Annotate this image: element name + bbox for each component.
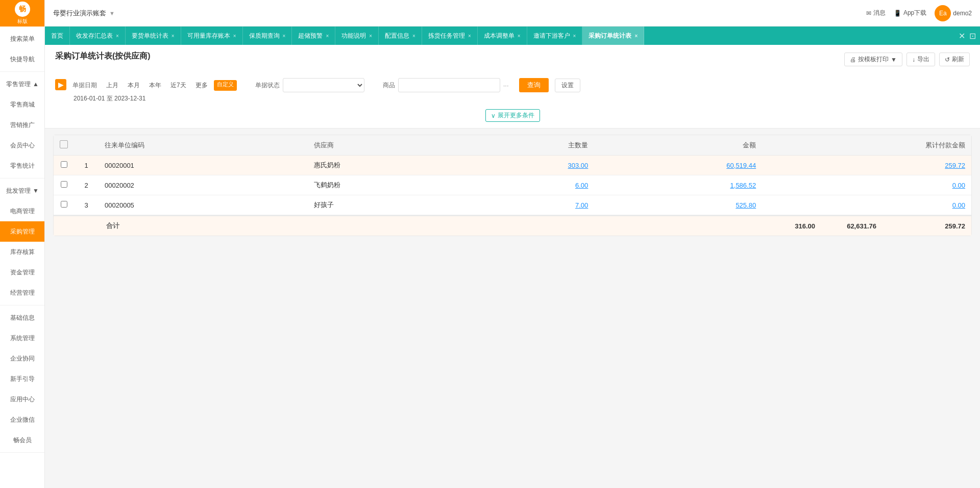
tab-purchase-stats[interactable]: 采购订单统计表 × — [582, 27, 644, 45]
messages-btn[interactable]: ✉ 消息 — [866, 9, 886, 17]
tab-pick-task-close[interactable]: × — [468, 33, 471, 39]
sidebar-item-vip[interactable]: 畅会员 — [0, 430, 45, 450]
tab-receive-summary[interactable]: 收发存汇总表 × — [70, 27, 126, 45]
date-custom-tag[interactable]: 自定义 — [214, 80, 237, 91]
sidebar-item-vip-label: 畅会员 — [13, 436, 32, 445]
query-btn[interactable]: 查询 — [519, 78, 549, 92]
sidebar-item-wholesale[interactable]: 批发管理 ▼ — [0, 181, 45, 201]
goods-input[interactable] — [398, 78, 500, 92]
row-paid-1: 0.00 — [762, 175, 971, 195]
sidebar-item-ecommerce[interactable]: 电商管理 — [0, 201, 45, 221]
sidebar: 畅 标版 搜索菜单 快捷导航 零售管理 ▲ 零售商城 营销推广 会员中心 零售统… — [0, 0, 45, 488]
sidebar-item-search[interactable]: 搜索菜单 — [0, 29, 45, 49]
tab-purchase-stats-close[interactable]: × — [634, 33, 638, 39]
tab-order-stats-close[interactable]: × — [172, 33, 175, 39]
sidebar-item-retail[interactable]: 零售管理 ▲ — [0, 74, 45, 94]
user-avatar-text: Ea — [939, 10, 947, 17]
tab-available-inventory[interactable]: 可用量库存账本 × — [181, 27, 243, 45]
workspace-dropdown-icon: ▼ — [109, 10, 115, 16]
tab-maximize-btn[interactable]: ⊡ — [969, 31, 976, 41]
sidebar-item-inventory[interactable]: 库存核算 — [0, 242, 45, 262]
sidebar-item-operations[interactable]: 经营管理 — [0, 282, 45, 303]
date-opt-lastmonth[interactable]: 上月 — [103, 80, 121, 91]
sidebar-item-retail-shop[interactable]: 零售商城 — [0, 94, 45, 115]
tab-cost-adjust-close[interactable]: × — [518, 33, 521, 39]
table-row[interactable]: 3 00020005 好孩子 7.00 525.80 0.00 — [54, 195, 971, 215]
table-row[interactable]: 2 00020002 飞鹤奶粉 6.00 1,586.52 0.00 — [54, 175, 971, 195]
settings-btn[interactable]: 设置 — [555, 79, 580, 92]
tab-invite-downstream[interactable]: 邀请下游客户 × — [527, 27, 583, 45]
sidebar-bottom-section: 基础信息 系统管理 企业协同 新手引导 应用中心 企业微信 畅会员 — [0, 305, 44, 453]
tab-cost-adjust[interactable]: 成本调整单 × — [478, 27, 527, 45]
sidebar-item-basic-label: 基础信息 — [10, 314, 35, 322]
tab-warranty-query[interactable]: 保质期查询 × — [243, 27, 292, 45]
sidebar-item-newguide[interactable]: 新手引导 — [0, 369, 45, 389]
sidebar-item-appcenter[interactable]: 应用中心 — [0, 389, 45, 409]
expand-icon: ∨ — [491, 112, 496, 119]
tab-warranty-query-close[interactable]: × — [283, 33, 286, 39]
print-btn[interactable]: 🖨 按模板打印 ▼ — [844, 53, 902, 66]
export-btn[interactable]: ↓ 导出 — [906, 53, 935, 66]
sidebar-item-marketing-label: 营销推广 — [10, 121, 35, 130]
tab-config-info-close[interactable]: × — [412, 33, 415, 39]
more-filters-btn[interactable]: ∨ 展开更多条件 — [485, 109, 540, 122]
row-checkbox-1[interactable] — [61, 181, 67, 188]
sidebar-item-system[interactable]: 系统管理 — [0, 328, 45, 348]
sidebar-item-member[interactable]: 会员中心 — [0, 135, 45, 156]
table-row[interactable]: 1 00020001 惠氏奶粉 303.00 60,519.44 259.72 — [54, 156, 971, 175]
row-check-2[interactable] — [54, 195, 74, 215]
row-no-2: 3 — [74, 195, 99, 215]
tab-receive-summary-close[interactable]: × — [116, 33, 119, 39]
sidebar-item-purchase[interactable]: 采购管理 — [0, 221, 45, 242]
sidebar-item-enterprise[interactable]: 企业协同 — [0, 348, 45, 369]
sidebar-item-retail-stats[interactable]: 零售统计 — [0, 156, 45, 176]
sidebar-item-marketing[interactable]: 营销推广 — [0, 115, 45, 135]
tab-order-stats[interactable]: 要货单统计表 × — [126, 27, 181, 45]
tab-overstock-alert-close[interactable]: × — [326, 33, 329, 39]
chevron-down-icon: ▲ — [33, 81, 39, 88]
row-checkbox-0[interactable] — [61, 161, 67, 168]
user-profile-btn[interactable]: Ea demo2 — [935, 5, 972, 21]
tab-pick-task[interactable]: 拣货任务管理 × — [422, 27, 478, 45]
tab-invite-downstream-close[interactable]: × — [573, 33, 576, 39]
sidebar-item-finance-label: 资金管理 — [10, 268, 35, 277]
sidebar-item-finance[interactable]: 资金管理 — [0, 262, 45, 282]
date-opt-more[interactable]: 更多 — [192, 80, 211, 91]
date-opt-thismonth[interactable]: 本月 — [125, 80, 143, 91]
sidebar-item-quicknav[interactable]: 快捷导航 — [0, 49, 45, 69]
tab-overstock-alert-label: 超储预警 — [298, 32, 323, 40]
tab-function-desc[interactable]: 功能说明 × — [335, 27, 379, 45]
table-area: 往来单位编码 供应商 主数量 金额 累计付款金额 1 00020001 惠氏奶粉… — [53, 135, 972, 236]
tab-available-inventory-close[interactable]: × — [233, 33, 236, 39]
col-check-header — [54, 135, 74, 156]
row-supplier-code-1: 00020002 — [99, 175, 308, 195]
tab-function-desc-close[interactable]: × — [369, 33, 372, 39]
sidebar-item-enterprise-label: 企业协同 — [10, 354, 35, 363]
date-opt-thisyear[interactable]: 本年 — [146, 80, 164, 91]
row-check-1[interactable] — [54, 175, 74, 195]
tab-home[interactable]: 首页 — [45, 27, 70, 45]
app-download-btn[interactable]: 📱 App下载 — [894, 9, 926, 17]
filter-toggle-btn[interactable]: ▶ — [55, 79, 66, 90]
sidebar-item-basic[interactable]: 基础信息 — [0, 307, 45, 328]
row-check-0[interactable] — [54, 156, 74, 175]
goods-more-icon[interactable]: ··· — [503, 82, 509, 89]
refresh-btn[interactable]: ↺ 刷新 — [939, 53, 970, 66]
more-filters-label: 展开更多条件 — [498, 111, 534, 120]
column-settings-icon[interactable] — [60, 140, 68, 148]
tab-config-info[interactable]: 配置信息 × — [379, 27, 422, 45]
sidebar-item-corpwechat-label: 企业微信 — [10, 416, 35, 424]
sidebar-item-corpwechat[interactable]: 企业微信 — [0, 409, 45, 430]
page-title: 采购订单统计表(按供应商) — [55, 51, 151, 62]
status-select[interactable] — [283, 78, 364, 92]
total-paid: 259.72 — [889, 222, 965, 230]
tab-overstock-alert[interactable]: 超储预警 × — [292, 27, 335, 45]
row-checkbox-2[interactable] — [61, 201, 67, 208]
sidebar-item-search-label: 搜索菜单 — [10, 35, 35, 43]
tab-cost-adjust-label: 成本调整单 — [484, 32, 514, 40]
workspace-selector[interactable]: 母婴行业演示账套 ▼ — [53, 9, 115, 18]
print-dropdown-icon: ▼ — [891, 56, 897, 63]
date-opt-7days[interactable]: 近7天 — [167, 80, 189, 91]
tab-close-all-btn[interactable]: ✕ — [959, 31, 965, 41]
print-icon: 🖨 — [850, 56, 856, 63]
